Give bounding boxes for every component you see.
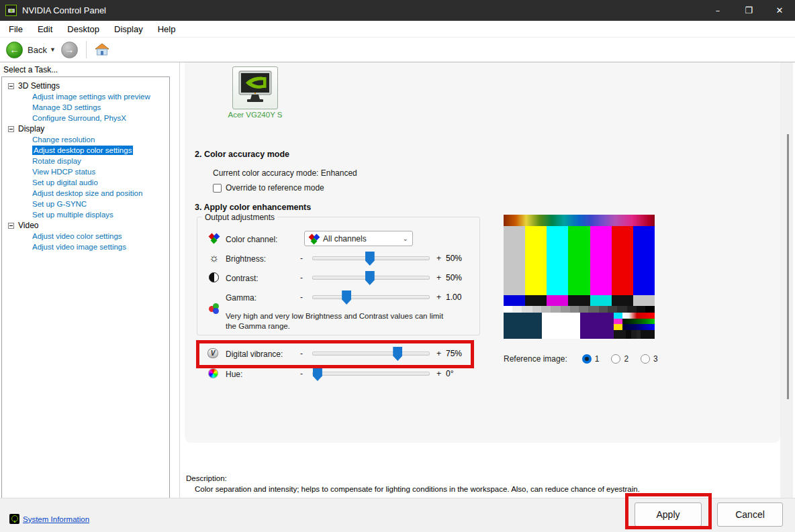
forward-button[interactable]: →	[61, 42, 78, 58]
description-label: Description:	[186, 474, 227, 482]
override-checkbox-row[interactable]: Override to reference mode	[213, 183, 324, 193]
menu-item-desktop[interactable]: Desktop	[60, 22, 107, 36]
nvidia-control-panel-window: NVIDIA Control Panel – ❐ ✕ File Edit Des…	[0, 0, 795, 532]
tree-item-rotate-display[interactable]: Rotate display	[2, 156, 169, 166]
plus-label: +	[436, 369, 441, 378]
back-dropdown-caret-icon[interactable]: ▼	[50, 46, 56, 53]
gamma-value: 1.00	[446, 292, 461, 302]
menu-item-edit[interactable]: Edit	[30, 22, 60, 36]
brightness-value: 50%	[446, 254, 462, 263]
all-channels-icon	[309, 233, 320, 244]
back-button[interactable]: ←	[6, 42, 23, 58]
color-channel-value: All channels	[323, 234, 403, 244]
brightness-icon: ☼	[209, 252, 220, 264]
tree-item-view-hdcp-status[interactable]: View HDCP status	[2, 166, 169, 177]
radio-3-label: 3	[653, 354, 658, 364]
hue-icon	[208, 368, 218, 378]
select-task-header: Select a Task...	[3, 65, 58, 74]
description-text: Color separation and intensity; helps to…	[195, 485, 665, 493]
override-checkbox[interactable]	[213, 184, 222, 193]
reference-radio-2[interactable]	[611, 354, 620, 364]
contrast-slider[interactable]	[312, 276, 430, 280]
tree-node-video[interactable]: Video	[2, 220, 169, 231]
gamma-note: Very high and very low Brightness and Co…	[226, 311, 454, 331]
tree-item-set-up-gsync[interactable]: Set up G-SYNC	[2, 199, 169, 209]
cancel-button[interactable]: Cancel	[717, 502, 783, 527]
home-button[interactable]	[95, 43, 109, 56]
current-mode-text: Current color accuracy mode: Enhanced	[213, 168, 357, 178]
toolbar-separator	[86, 41, 87, 58]
tree-node-3d-settings[interactable]: 3D Settings	[2, 81, 169, 91]
override-checkbox-label: Override to reference mode	[226, 183, 324, 193]
menu-item-file[interactable]: File	[1, 22, 30, 36]
output-adjustments-label: Output adjustments	[202, 213, 277, 222]
hue-slider[interactable]	[312, 372, 430, 376]
maximize-button[interactable]: ❐	[733, 0, 764, 21]
color-channel-dropdown[interactable]: All channels ⌄	[304, 231, 413, 246]
color-bars-secondary	[504, 295, 655, 306]
minus-label: -	[300, 273, 303, 282]
display-select-button[interactable]	[232, 66, 278, 109]
nvidia-app-icon	[5, 5, 17, 16]
nvidia-badge-icon	[9, 514, 19, 524]
annotation-rect-apply	[625, 493, 712, 529]
tree-item-change-resolution[interactable]: Change resolution	[2, 134, 169, 145]
color-test-pattern-image	[504, 215, 655, 339]
contrast-label: Contrast:	[226, 274, 259, 283]
hue-label: Hue:	[226, 370, 242, 379]
collapse-icon[interactable]	[8, 83, 14, 89]
tree-item-adjust-video-image-settings[interactable]: Adjust video image settings	[2, 242, 169, 252]
window-titlebar: NVIDIA Control Panel – ❐ ✕	[0, 0, 795, 21]
reference-image-label: Reference image:	[504, 354, 567, 364]
pattern-bottom-row	[504, 313, 655, 339]
minus-label: -	[300, 292, 303, 302]
tree-node-display[interactable]: Display	[2, 123, 169, 134]
collapse-icon[interactable]	[8, 223, 14, 229]
tree-item-set-up-multiple-displays[interactable]: Set up multiple displays	[2, 209, 169, 220]
contrast-value: 50%	[446, 273, 462, 282]
sidebar-splitter	[179, 62, 180, 498]
reference-radio-1[interactable]	[582, 354, 592, 364]
toolbar: ← Back ▼ →	[0, 37, 795, 62]
gamma-slider[interactable]	[312, 295, 430, 299]
window-title: NVIDIA Control Panel	[22, 5, 106, 15]
tree-item-adjust-desktop-size-position[interactable]: Adjust desktop size and position	[2, 188, 169, 199]
menu-item-display[interactable]: Display	[107, 22, 150, 36]
radio-1-label: 1	[595, 354, 600, 364]
minus-label: -	[300, 254, 303, 263]
color-bars	[504, 226, 655, 295]
tree-item-adjust-image-settings[interactable]: Adjust image settings with preview	[2, 91, 169, 102]
close-button[interactable]: ✕	[764, 0, 795, 21]
tree-item-configure-surround-physx[interactable]: Configure Surround, PhysX	[2, 113, 169, 123]
system-information-link[interactable]: System Information	[9, 514, 89, 524]
vertical-scrollbar[interactable]	[780, 62, 793, 498]
radio-2-label: 2	[624, 354, 628, 364]
brightness-slider[interactable]	[312, 256, 430, 260]
plus-label: +	[436, 292, 441, 302]
tree-item-adjust-video-color-settings[interactable]: Adjust video color settings	[2, 231, 169, 242]
reference-radio-3[interactable]	[641, 354, 650, 364]
tree-item-set-up-digital-audio[interactable]: Set up digital audio	[2, 177, 169, 188]
menu-item-help[interactable]: Help	[150, 22, 183, 36]
hue-value: 0°	[446, 369, 453, 378]
tree-item-adjust-desktop-color-settings[interactable]: Adjust desktop color settings	[2, 145, 169, 156]
plus-label: +	[436, 273, 441, 282]
annotation-rect-digital-vibrance	[196, 340, 474, 368]
reference-image-row: Reference image: 1 2 3	[504, 354, 658, 364]
plus-label: +	[436, 254, 441, 263]
gamma-icon	[209, 303, 220, 314]
brightness-label: Brightness:	[226, 254, 266, 264]
color-channel-icon	[209, 233, 220, 244]
chevron-down-icon: ⌄	[403, 235, 408, 242]
minimize-button[interactable]: –	[702, 0, 733, 21]
back-arrow-icon: ←	[10, 44, 19, 55]
tree-item-manage-3d-settings[interactable]: Manage 3D settings	[2, 102, 169, 113]
task-tree: 3D Settings Adjust image settings with p…	[1, 76, 170, 502]
forward-arrow-icon: →	[64, 44, 74, 55]
system-information-text: System Information	[23, 515, 89, 523]
menubar: File Edit Desktop Display Help	[0, 21, 795, 37]
scrollbar-thumb[interactable]	[787, 134, 789, 399]
monitor-icon	[236, 70, 274, 106]
gamma-label: Gamma:	[226, 293, 256, 303]
collapse-icon[interactable]	[8, 126, 14, 132]
